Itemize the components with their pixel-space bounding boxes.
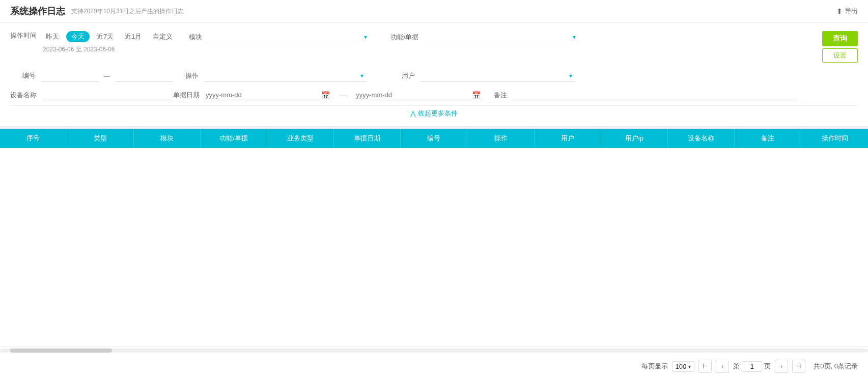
- page-last-button[interactable]: ⊣: [792, 360, 805, 373]
- scrollbar-track[interactable]: [0, 348, 868, 353]
- col-index: 序号: [0, 129, 67, 148]
- per-page-select[interactable]: 100 ▾: [672, 361, 695, 372]
- time-range: 2023-06-06 至 2023-06-06: [42, 45, 177, 54]
- module-dropdown-icon[interactable]: ▾: [361, 34, 370, 41]
- remark-label: 备注: [493, 91, 512, 100]
- col-remark: 备注: [735, 129, 801, 148]
- page-prev-button[interactable]: ‹: [716, 360, 729, 373]
- time-btn-1month[interactable]: 近1月: [121, 31, 146, 42]
- user-select[interactable]: ▾: [420, 70, 575, 82]
- date-start-wrap: 📅: [205, 89, 332, 101]
- col-function: 功能/单据: [200, 129, 267, 148]
- page-title: 系统操作日志: [10, 5, 65, 17]
- operation-filter-group: 操作 ▾: [173, 70, 367, 82]
- export-button[interactable]: ⬆ 导出: [836, 7, 858, 16]
- function-filter-group: 功能/单据 ▾: [385, 31, 579, 43]
- remark-input-wrap: [512, 89, 802, 101]
- page-next-button[interactable]: ›: [775, 360, 788, 373]
- code-label: 编号: [10, 71, 41, 80]
- export-icon: ⬆: [836, 7, 843, 15]
- user-dropdown-icon[interactable]: ▾: [566, 72, 575, 79]
- module-input[interactable]: [207, 31, 361, 43]
- remark-input[interactable]: [512, 89, 802, 101]
- code-separator: —: [99, 72, 116, 80]
- settings-button[interactable]: 设置: [822, 48, 858, 63]
- filter-row-2: 编号 — 操作 ▾ 用户: [10, 70, 858, 82]
- time-btn-yesterday[interactable]: 昨天: [42, 31, 63, 42]
- device-label: 设备名称: [10, 91, 42, 100]
- col-user: 用户: [534, 129, 601, 148]
- query-button[interactable]: 查询: [822, 31, 858, 46]
- operation-dropdown-icon[interactable]: ▾: [357, 72, 367, 79]
- collapse-label: 收起更多条件: [418, 109, 458, 118]
- module-select[interactable]: ▾: [207, 31, 370, 43]
- time-btn-7days[interactable]: 近7天: [93, 31, 118, 42]
- operation-select[interactable]: ▾: [204, 70, 367, 82]
- time-filter-group: 操作时间 昨天 今天 近7天 近1月 自定义 2023-06-06 至 2023…: [10, 31, 177, 54]
- header: 系统操作日志 支持2020年10月31日之后产生的操作日志 ⬆ 导出: [0, 0, 868, 23]
- device-input-wrap: [42, 89, 173, 101]
- module-filter-group: 模块 ▾: [177, 31, 370, 43]
- calendar-start-icon[interactable]: 📅: [319, 91, 332, 99]
- function-label: 功能/单据: [385, 33, 424, 42]
- module-label: 模块: [177, 33, 207, 42]
- user-filter-group: 用户 ▾: [382, 70, 575, 82]
- col-type: 类型: [67, 129, 133, 148]
- date-range: 📅 — 📅: [205, 89, 483, 101]
- remark-filter-group: 备注: [493, 89, 802, 101]
- code-filter-group: 编号 —: [10, 70, 173, 82]
- time-btn-today[interactable]: 今天: [66, 31, 90, 42]
- col-doc-date: 单据日期: [334, 129, 401, 148]
- page-first-button[interactable]: ⊢: [698, 360, 712, 373]
- collapse-button[interactable]: ⋀ 收起更多条件: [410, 109, 458, 118]
- total-info: 共0页, 0条记录: [814, 362, 858, 371]
- page-wrapper: 系统操作日志 支持2020年10月31日之后产生的操作日志 ⬆ 导出 操作时间 …: [0, 0, 868, 378]
- calendar-end-icon[interactable]: 📅: [470, 91, 483, 99]
- device-input[interactable]: [42, 89, 173, 101]
- scrollbar-thumb[interactable]: [10, 348, 112, 353]
- date-end-input[interactable]: [355, 89, 469, 101]
- function-select[interactable]: ▾: [424, 31, 579, 43]
- export-label: 导出: [845, 7, 858, 16]
- per-page-label: 每页显示: [641, 362, 668, 371]
- page-unit: 页: [764, 362, 771, 371]
- code-input-end[interactable]: [116, 70, 174, 82]
- function-input[interactable]: [424, 31, 570, 43]
- date-end-wrap: 📅: [355, 89, 482, 101]
- table-area: 序号 类型 模块 功能/单据 业务类型 单据日期 编号 操作 用户 用户ip 设…: [0, 129, 868, 346]
- col-module: 模块: [133, 129, 200, 148]
- time-filter-content: 昨天 今天 近7天 近1月 自定义 2023-06-06 至 2023-06-0…: [42, 31, 177, 54]
- code-input-start[interactable]: [41, 70, 99, 82]
- doc-date-label: 单据日期: [173, 91, 205, 100]
- date-start-input[interactable]: [205, 89, 319, 101]
- col-device-name: 设备名称: [667, 129, 734, 148]
- data-table: 序号 类型 模块 功能/单据 业务类型 单据日期 编号 操作 用户 用户ip 设…: [0, 129, 868, 148]
- code-input-start-wrap: [41, 70, 99, 82]
- function-dropdown-icon[interactable]: ▾: [570, 34, 579, 41]
- date-separator: —: [335, 92, 352, 99]
- col-op-time: 操作时间: [801, 129, 868, 148]
- col-user-ip: 用户ip: [601, 129, 667, 148]
- collapse-bar: ⋀ 收起更多条件: [10, 105, 858, 118]
- time-btn-custom[interactable]: 自定义: [149, 31, 177, 42]
- collapse-chevron-icon: ⋀: [410, 110, 416, 118]
- col-biz-type: 业务类型: [267, 129, 334, 148]
- operation-input[interactable]: [204, 70, 357, 81]
- operation-label: 操作: [173, 71, 204, 80]
- page-input[interactable]: [742, 361, 762, 372]
- time-buttons: 昨天 今天 近7天 近1月 自定义: [42, 31, 177, 42]
- doc-date-filter-group: 单据日期 📅 — 📅: [173, 89, 483, 101]
- page-label: 第: [733, 362, 740, 371]
- page-num-wrap: 第 页: [733, 361, 771, 372]
- header-left: 系统操作日志 支持2020年10月31日之后产生的操作日志: [10, 5, 184, 17]
- table-header-row: 序号 类型 模块 功能/单据 业务类型 单据日期 编号 操作 用户 用户ip 设…: [0, 129, 868, 148]
- filter-area: 操作时间 昨天 今天 近7天 近1月 自定义 2023-06-06 至 2023…: [0, 23, 868, 127]
- user-input[interactable]: [420, 70, 566, 81]
- pagination: 每页显示 100 ▾ ⊢ ‹ 第 页 › ⊣ 共0页, 0条记录: [0, 355, 868, 378]
- user-label: 用户: [382, 71, 420, 80]
- code-input-end-wrap: [116, 70, 174, 82]
- time-label: 操作时间: [10, 31, 42, 40]
- col-operation: 操作: [467, 129, 534, 148]
- scrollbar-area[interactable]: [0, 346, 868, 355]
- per-page-value: 100: [676, 363, 687, 370]
